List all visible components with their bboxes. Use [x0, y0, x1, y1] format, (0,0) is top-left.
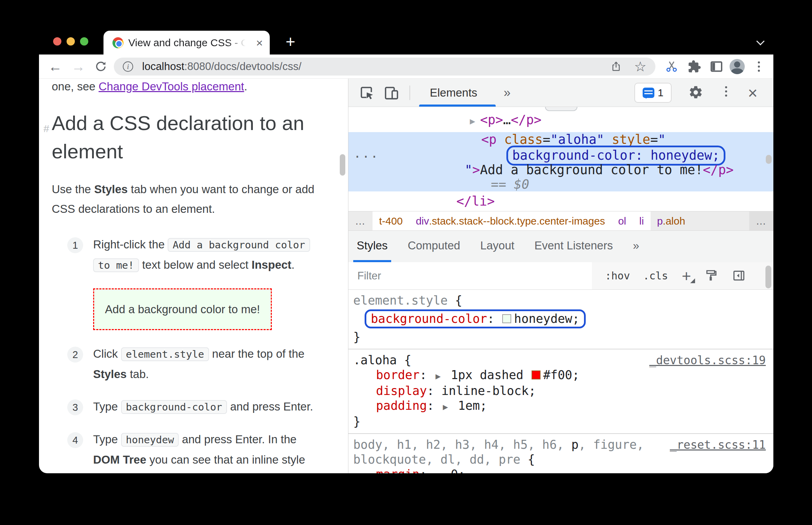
back-button[interactable]: ← [48, 55, 62, 79]
steps-list: 1Right-click the Add a background color … [52, 235, 322, 473]
tab-computed[interactable]: Computed [404, 231, 464, 262]
doc-link-change-devtools-placement[interactable]: Change DevTools placement [99, 80, 244, 93]
tab-styles[interactable]: Styles [353, 231, 391, 262]
url-text[interactable]: localhost:8080/docs/devtools/css/ [142, 60, 301, 73]
address-bar[interactable]: i localhost:8080/docs/devtools/css/ ☆ [114, 58, 655, 76]
new-tab-button[interactable]: + [279, 31, 301, 51]
side-panel-button[interactable] [710, 55, 723, 79]
device-toolbar-button[interactable] [384, 85, 399, 101]
more-panels-button[interactable]: » [504, 79, 511, 107]
extensions-button[interactable] [687, 55, 701, 79]
dom-selected-node[interactable]: ... <p class="aloha" style=" background-… [348, 132, 773, 191]
seg-ctag: ol [618, 215, 626, 227]
scissors-extension-button[interactable] [665, 55, 679, 79]
bookmark-star-icon[interactable]: ☆ [634, 60, 646, 73]
demo-box: Add a background color to me! [93, 288, 272, 330]
seg-gy: body, h1, h2, h3, h4, h5, h6, [353, 438, 571, 452]
kebab-menu-icon [758, 61, 760, 72]
tab-layout[interactable]: Layout [477, 231, 518, 262]
seg-dk: #f00; [543, 368, 580, 382]
rule-selector[interactable]: .aloha { [353, 353, 412, 368]
seg-tag: </li> [456, 194, 495, 209]
step-body: Type background-color and press Enter. [93, 397, 322, 417]
rule-closing-brace: } [353, 414, 766, 429]
browser-menu-button[interactable] [758, 55, 760, 79]
dom-scrollbar-thumb[interactable] [766, 155, 772, 164]
seg-dk: : [427, 399, 442, 413]
seg-ccls: .stack.stack--block.type.center-images [429, 215, 605, 227]
seg-code: honeydew [121, 433, 179, 447]
styles-filter-input[interactable] [348, 262, 592, 289]
css-declaration[interactable]: background-color: honeydew; [365, 309, 766, 328]
seg-dk: : [419, 467, 434, 473]
minimize-window-button[interactable] [67, 37, 75, 46]
css-declaration[interactable]: display: inline-block; [353, 384, 766, 398]
tab-elements[interactable]: Elements [430, 79, 477, 107]
site-info-icon[interactable]: i [123, 61, 133, 72]
rendering-emulation-button[interactable] [705, 269, 719, 283]
dom-text-line: ">Add a background color to me!</p> [465, 162, 734, 177]
seg-code: Add a background color [168, 238, 310, 252]
styles-rules-list: element.style {background-color: honeyde… [348, 290, 773, 473]
styles-scrollbar-thumb[interactable] [765, 266, 771, 288]
seg-prop: padding [376, 399, 427, 413]
seg-ctag: div [416, 215, 429, 227]
anchor-hash[interactable]: # [43, 115, 49, 143]
breadcrumb-item[interactable]: p.aloh [651, 211, 749, 230]
lead-paragraph: Use the Styles tab when you want to chan… [52, 179, 322, 219]
tab-close-icon[interactable]: × [256, 37, 263, 49]
browser-tab[interactable]: View and change CSS - Chrom × [103, 31, 270, 55]
doc-scrollbar-thumb[interactable] [340, 154, 345, 176]
reload-button[interactable] [94, 55, 107, 79]
styles-tabs-more-button[interactable]: » [630, 231, 643, 262]
stylesheet-source-link[interactable]: _reset.scss:11 [670, 437, 766, 452]
breadcrumb-item[interactable]: div.stack.stack--block.type.center-image… [409, 211, 612, 230]
toggle-class-button[interactable]: .cls [643, 270, 668, 282]
rule-selector-row: body, h1, h2, h3, h4, h5, h6, p, figure,… [353, 437, 766, 467]
css-declaration[interactable]: padding: ▶ 1em; [353, 398, 766, 414]
new-style-rule-button[interactable]: + [682, 268, 691, 284]
inspect-element-button[interactable] [359, 85, 375, 101]
seg-val: " [465, 162, 472, 177]
dom-node-collapsed-p[interactable]: ▶<p>…</p> [470, 112, 542, 127]
stylesheet-source-link[interactable]: _devtools.scss:19 [649, 353, 766, 368]
devtools-menu-button[interactable] [725, 86, 741, 102]
rule-selector-row: .aloha {_devtools.scss:19 [353, 353, 766, 368]
profile-button[interactable] [730, 55, 745, 79]
dom-closing-li[interactable]: </li> [456, 194, 495, 209]
breadcrumb-item[interactable]: li [633, 211, 650, 230]
devtools-close-button[interactable]: × [748, 79, 757, 107]
rule-selector[interactable]: body, h1, h2, h3, h4, h5, h6, p, figure,… [353, 437, 644, 467]
seg-t: Right-click the [93, 238, 168, 251]
issues-counter-button[interactable]: 1 [634, 83, 672, 103]
dom-tree: ▶<p>…</p> ... <p class="aloha" style=" b… [348, 107, 773, 211]
css-declaration[interactable]: margin: ▶ 0; [353, 467, 766, 473]
seg-dk: … [503, 112, 511, 127]
chevron-down-icon[interactable] [757, 38, 764, 45]
page-title-text: Add a CSS declaration to an element [52, 112, 304, 162]
close-window-button[interactable] [53, 37, 61, 46]
rule-selector[interactable]: element.style { [353, 293, 462, 308]
breadcrumb-item[interactable]: t-400 [373, 211, 409, 230]
seg-b: DOM Tree [93, 453, 146, 466]
step-item: 1Right-click the Add a background color … [52, 235, 322, 331]
breadcrumb-item[interactable]: … [749, 211, 773, 230]
seg-t: and press Enter. [227, 400, 313, 413]
breadcrumb-item[interactable]: ol [612, 211, 633, 230]
forward-button[interactable]: → [71, 55, 85, 79]
devtools-panel: Elements » 1 × ▶<p>…</p> .. [348, 79, 773, 473]
kebab-menu-icon [725, 86, 741, 97]
css-declaration[interactable]: border: ▶ 1px dashed #f00; [353, 368, 766, 384]
devtools-settings-button[interactable] [688, 85, 704, 101]
share-icon[interactable] [610, 60, 622, 73]
seg-attr: class [504, 132, 543, 147]
toggle-hover-state-button[interactable]: :hov [605, 270, 630, 282]
breadcrumb-item[interactable]: … [348, 211, 373, 230]
tab-event-listeners[interactable]: Event Listeners [531, 231, 616, 262]
maximize-window-button[interactable] [80, 37, 88, 46]
issues-count: 1 [658, 87, 664, 99]
seg-prop: margin [376, 467, 419, 473]
node-options-dots[interactable]: ... [354, 146, 379, 160]
computed-sidebar-toggle-button[interactable] [732, 269, 746, 283]
url-path: :8080/docs/devtools/css/ [184, 60, 301, 72]
